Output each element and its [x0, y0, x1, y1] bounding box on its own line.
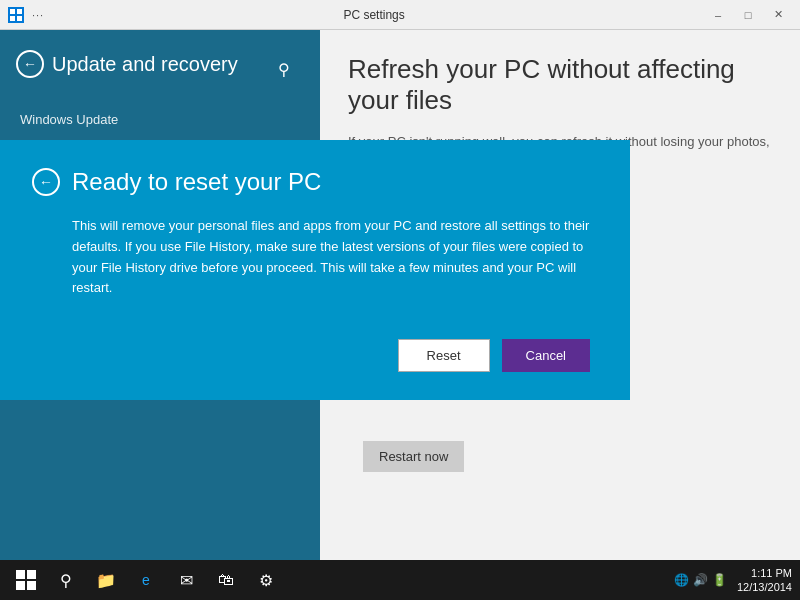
sidebar-item-windows-update[interactable]: Windows Update	[16, 102, 304, 137]
window-controls: – □ ✕	[704, 4, 792, 26]
start-icon	[16, 570, 36, 590]
taskbar-file-explorer-button[interactable]: 📁	[88, 562, 124, 598]
dialog-back-icon: ←	[39, 174, 53, 190]
dialog-body: This will remove your personal files and…	[32, 216, 598, 299]
back-button[interactable]: ←	[16, 50, 44, 78]
system-tray: 🌐 🔊 🔋	[674, 573, 727, 587]
dialog-title: Ready to reset your PC	[72, 168, 321, 196]
taskbar-mail-button[interactable]: ✉	[168, 562, 204, 598]
window-title: PC settings	[44, 8, 704, 22]
right-panel-title: Refresh your PC without affecting your f…	[348, 54, 772, 116]
svg-rect-2	[10, 16, 15, 21]
left-panel-title: Update and recovery	[52, 53, 238, 76]
search-icon[interactable]: ⚲	[278, 60, 290, 79]
taskbar-ie-button[interactable]: e	[128, 562, 164, 598]
reset-button[interactable]: Reset	[398, 339, 490, 372]
restart-now-button[interactable]: Restart now	[363, 441, 464, 472]
store-icon: 🛍	[218, 571, 234, 589]
taskbar: ⚲ 📁 e ✉ 🛍 ⚙ 🌐 🔊 🔋 1:11 PM 12/13/2014	[0, 560, 800, 600]
cancel-button[interactable]: Cancel	[502, 339, 590, 372]
taskbar-clock[interactable]: 1:11 PM 12/13/2014	[737, 566, 792, 595]
taskbar-search-icon: ⚲	[60, 571, 72, 590]
settings-icon: ⚙	[259, 571, 273, 590]
svg-rect-1	[17, 9, 22, 14]
back-icon: ←	[23, 56, 37, 72]
folder-icon: 📁	[96, 571, 116, 590]
clock-time: 1:11 PM	[737, 566, 792, 580]
title-bar: ··· PC settings – □ ✕	[0, 0, 800, 30]
taskbar-store-button[interactable]: 🛍	[208, 562, 244, 598]
title-bar-left: ···	[8, 7, 44, 23]
dialog-back-button[interactable]: ←	[32, 168, 60, 196]
tray-volume-icon: 🔊	[693, 573, 708, 587]
minimize-button[interactable]: –	[704, 4, 732, 26]
app-icon	[8, 7, 24, 23]
maximize-button[interactable]: □	[734, 4, 762, 26]
tray-battery-icon: 🔋	[712, 573, 727, 587]
taskbar-settings-button[interactable]: ⚙	[248, 562, 284, 598]
svg-rect-3	[17, 16, 22, 21]
taskbar-search-button[interactable]: ⚲	[48, 562, 84, 598]
clock-date: 12/13/2014	[737, 580, 792, 594]
title-bar-dots: ···	[32, 9, 44, 21]
dialog-header: ← Ready to reset your PC	[32, 168, 598, 196]
dialog-actions: Reset Cancel	[32, 339, 598, 372]
back-navigation[interactable]: ← Update and recovery	[16, 50, 304, 78]
ie-icon: e	[142, 572, 150, 588]
tray-network-icon: 🌐	[674, 573, 689, 587]
reset-dialog: ← Ready to reset your PC This will remov…	[0, 140, 630, 400]
svg-rect-0	[10, 9, 15, 14]
close-button[interactable]: ✕	[764, 4, 792, 26]
mail-icon: ✉	[180, 571, 193, 590]
start-button[interactable]	[8, 562, 44, 598]
